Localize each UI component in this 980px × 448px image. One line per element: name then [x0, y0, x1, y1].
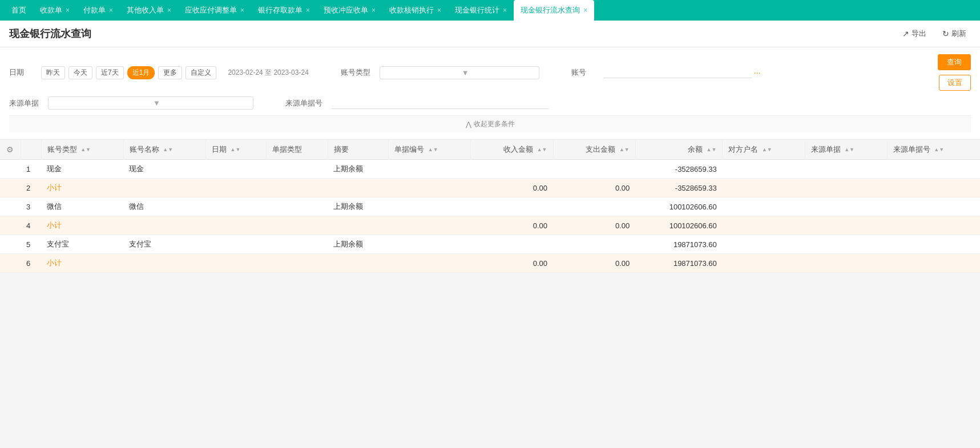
nav-prepaid-offset[interactable]: 预收冲应收单 ×: [317, 0, 382, 21]
col-doc-type[interactable]: 单据类型: [266, 140, 328, 160]
nav-bank-stats[interactable]: 现金银行统计 ×: [448, 0, 514, 21]
cell-doc-no: [389, 235, 471, 254]
header-actions: ↗ 导出 ↻ 刷新: [898, 26, 971, 41]
export-icon: ↗: [902, 29, 909, 38]
cell-counterpart: [723, 197, 805, 216]
close-icon[interactable]: ×: [437, 6, 441, 14]
cell-source-doc-no: [887, 197, 980, 216]
cell-doc-no: [389, 197, 471, 216]
col-source-doc[interactable]: 来源单据 ▲▼: [805, 140, 887, 160]
sort-icon: ▲▼: [163, 147, 173, 152]
export-button[interactable]: ↗ 导出: [898, 26, 931, 41]
nav-home[interactable]: 首页: [5, 0, 33, 21]
sort-icon: ▲▼: [844, 147, 854, 152]
cell-expense: [553, 160, 635, 179]
col-doc-no[interactable]: 单据编号 ▲▼: [389, 140, 471, 160]
cell-expense: 0.00: [553, 216, 635, 235]
cell-doc-no: [389, 216, 471, 235]
chevron-down-icon: ▼: [462, 68, 534, 77]
cell-expense: 0.00: [553, 254, 635, 273]
close-icon[interactable]: ×: [583, 6, 587, 14]
col-summary[interactable]: 摘要: [328, 140, 389, 160]
close-icon[interactable]: ×: [109, 6, 113, 14]
source-doc-select[interactable]: ▼: [48, 96, 253, 110]
cell-expense: [553, 197, 635, 216]
sort-icon: ▲▼: [934, 147, 944, 152]
nav-other-income[interactable]: 其他收入单 ×: [120, 0, 178, 21]
date-yesterday[interactable]: 昨天: [41, 66, 65, 79]
col-expense[interactable]: 支出金额 ▲▼: [553, 140, 635, 160]
col-settings[interactable]: ⚙: [0, 140, 21, 160]
cell-account-name: [123, 254, 205, 273]
query-button[interactable]: 查询: [938, 54, 971, 70]
filter-row-1: 日期 昨天 今天 近7天 近1月 更多 自定义 2023-02-24 至 202…: [9, 54, 971, 91]
cell-account-name: 支付宝: [123, 235, 205, 254]
col-income[interactable]: 收入金额 ▲▼: [471, 140, 553, 160]
col-balance[interactable]: 余额 ▲▼: [635, 140, 723, 160]
close-icon[interactable]: ×: [167, 6, 171, 14]
nav-payment[interactable]: 付款单 ×: [76, 0, 120, 21]
col-counterpart[interactable]: 对方户名 ▲▼: [723, 140, 805, 160]
close-icon[interactable]: ×: [240, 6, 244, 14]
account-more-icon[interactable]: ···: [754, 68, 761, 77]
nav-bank-flow[interactable]: 现金银行流水查询 ×: [514, 0, 594, 21]
close-icon[interactable]: ×: [503, 6, 507, 14]
cell-source-doc-no: [887, 235, 980, 254]
date-custom[interactable]: 自定义: [185, 66, 216, 79]
col-account-type[interactable]: 账号类型 ▲▼: [41, 140, 123, 160]
page-title: 现金银行流水查询: [9, 27, 91, 41]
close-icon[interactable]: ×: [66, 6, 70, 14]
cell-gear: [0, 160, 21, 179]
date-today[interactable]: 今天: [68, 66, 92, 79]
table-row[interactable]: 6小计0.000.0019871073.60: [0, 254, 980, 273]
col-source-doc-no-label: 来源单据号: [893, 145, 930, 154]
close-icon[interactable]: ×: [306, 6, 310, 14]
cell-counterpart: [723, 254, 805, 273]
cell-income: 0.00: [471, 216, 553, 235]
cell-account-type: 小计: [41, 254, 123, 273]
cell-date: [205, 179, 266, 197]
table-row[interactable]: 5支付宝支付宝上期余额19871073.60: [0, 235, 980, 254]
account-label: 账号: [571, 67, 594, 78]
cell-summary: 上期余额: [328, 235, 389, 254]
cell-account-type: 小计: [41, 179, 123, 197]
sort-icon: ▲▼: [231, 147, 241, 152]
date-buttons: 昨天 今天 近7天 近1月 更多 自定义: [41, 66, 216, 79]
nav-receipt[interactable]: 收款单 ×: [33, 0, 76, 21]
setting-button[interactable]: 设置: [939, 75, 971, 91]
account-type-select[interactable]: ▼: [380, 66, 539, 79]
nav-receipt-exec[interactable]: 收款核销执行 ×: [382, 0, 448, 21]
refresh-button[interactable]: ↻ 刷新: [938, 26, 971, 41]
cell-doc-type: [266, 197, 328, 216]
table-row[interactable]: 4小计0.000.00100102606.60: [0, 216, 980, 235]
date-7days[interactable]: 近7天: [96, 66, 124, 79]
source-doc-no-label: 来源单据号: [285, 98, 322, 108]
nav-ar-ap-adjust[interactable]: 应收应付调整单 ×: [178, 0, 251, 21]
table-body: 1现金现金上期余额-3528659.332小计0.000.00-3528659.…: [0, 160, 980, 273]
col-account-name-label: 账号名称: [130, 145, 159, 154]
nav-bank-deposit[interactable]: 银行存取款单 ×: [251, 0, 317, 21]
gear-icon[interactable]: ⚙: [6, 145, 14, 154]
col-source-doc-no[interactable]: 来源单据号 ▲▼: [887, 140, 980, 160]
account-input[interactable]: [606, 68, 749, 76]
date-more[interactable]: 更多: [158, 66, 182, 79]
source-doc-no-input[interactable]: [334, 99, 546, 107]
cell-income: 0.00: [471, 254, 553, 273]
close-icon[interactable]: ×: [372, 6, 376, 14]
cell-source-doc: [805, 197, 887, 216]
cell-index: 3: [21, 197, 41, 216]
cell-doc-type: [266, 235, 328, 254]
cell-account-type: 微信: [41, 197, 123, 216]
cell-source-doc: [805, 179, 887, 197]
cell-index: 2: [21, 179, 41, 197]
col-account-name[interactable]: 账号名称 ▲▼: [123, 140, 205, 160]
account-type-label: 账号类型: [341, 67, 370, 78]
table-row[interactable]: 2小计0.000.00-3528659.33: [0, 179, 980, 197]
date-1month[interactable]: 近1月: [127, 66, 155, 79]
table-row[interactable]: 3微信微信上期余额100102606.60: [0, 197, 980, 216]
right-action-buttons: 查询 设置: [938, 54, 971, 91]
table-row[interactable]: 1现金现金上期余额-3528659.33: [0, 160, 980, 179]
collapse-button[interactable]: ⋀ 收起更多条件: [466, 119, 515, 129]
col-date[interactable]: 日期 ▲▼: [205, 140, 266, 160]
chevron-down-icon: ▼: [153, 99, 248, 107]
